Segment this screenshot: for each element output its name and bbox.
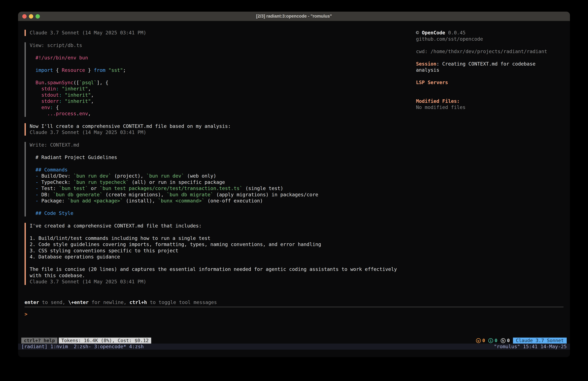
info-count: 0 bbox=[495, 337, 497, 344]
i-circle-icon: i bbox=[488, 338, 493, 343]
window-title: [2/3] radiant:3:opencode - "romulus" bbox=[256, 14, 332, 19]
warning-count: 0 bbox=[482, 337, 485, 344]
tokens-cost-chip: Tokens: 16.4K (8%), Cost: $0.12 bbox=[59, 337, 151, 344]
w-circle-icon: w bbox=[476, 338, 481, 343]
close-button[interactable] bbox=[22, 14, 27, 19]
prompt-chevron-icon: > bbox=[24, 311, 27, 317]
keybind-hint-bar: enter to send, \+enter for newline, ctrl… bbox=[24, 299, 564, 306]
opencode-status-bar: ctrl+? help Tokens: 16.4K (8%), Cost: $0… bbox=[21, 337, 567, 344]
traffic-lights bbox=[22, 12, 40, 21]
info-counter: i 0 bbox=[488, 337, 497, 344]
minimize-button[interactable] bbox=[29, 14, 33, 19]
help-chip[interactable]: ctrl+? help bbox=[21, 337, 58, 344]
conversation: Claude 3.7 Sonnet (14 May 2025 03:41 PM)… bbox=[24, 30, 416, 291]
sidebar: © OpenCode 0.0.45github.com/sst/opencode… bbox=[416, 30, 564, 291]
window-bottom-padding bbox=[18, 350, 570, 357]
terminal-window: [2/3] radiant:3:opencode - "romulus" Cla… bbox=[18, 12, 570, 357]
model-chip[interactable]: Claude 3.7 Sonnet bbox=[513, 337, 567, 344]
tool-view-block: View: script/db.ts #!/usr/bin/env bun im… bbox=[24, 42, 416, 117]
tmux-session-windows: [radiant] 1:nvim 2:zsh- 3:opencode* 4:zs… bbox=[21, 344, 144, 350]
tmux-status-bar: [radiant] 1:nvim 2:zsh- 3:opencode* 4:zs… bbox=[18, 344, 570, 350]
h-circle-icon: h bbox=[501, 338, 505, 343]
terminal-content: Claude 3.7 Sonnet (14 May 2025 03:41 PM)… bbox=[18, 21, 570, 337]
warning-counter: w 0 bbox=[476, 337, 485, 344]
hint-counter: h 0 bbox=[501, 337, 510, 344]
assistant-meta-block: Claude 3.7 Sonnet (14 May 2025 03:41 PM) bbox=[24, 30, 416, 36]
tool-write-block: Write: CONTEXT.md # Radiant Project Guid… bbox=[24, 142, 416, 217]
hint-count: 0 bbox=[507, 337, 510, 344]
zoom-button[interactable] bbox=[36, 14, 40, 19]
assistant-summary-block: I've created a comprehensive CONTEXT.md … bbox=[24, 223, 416, 285]
window-titlebar: [2/3] radiant:3:opencode - "romulus" bbox=[18, 12, 570, 21]
tmux-session-info: "romulus" 15:41 14-May-25 bbox=[494, 344, 567, 350]
prompt-input[interactable]: > bbox=[24, 311, 564, 317]
assistant-message-block: Now I'll create a comprehensive CONTEXT.… bbox=[24, 123, 416, 135]
input-separator bbox=[24, 307, 564, 307]
